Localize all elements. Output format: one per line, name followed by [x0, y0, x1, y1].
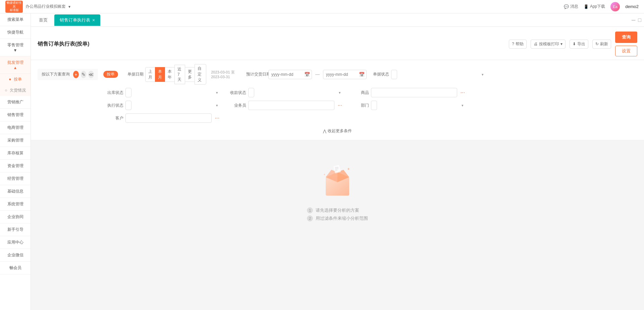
- help-icon: ?: [512, 42, 514, 46]
- tip-text-2: 用过滤条件来缩小分析范围: [316, 215, 368, 221]
- collapse-section: ⋀ 收起更多条件: [38, 126, 637, 136]
- help-button[interactable]: ? 帮助: [509, 40, 527, 49]
- svg-text:✦: ✦: [323, 173, 326, 176]
- newbie-label: 新手引导: [1, 227, 29, 232]
- app-title-dropdown[interactable]: ▾: [68, 4, 70, 9]
- avatar[interactable]: Ea: [610, 2, 620, 11]
- collapse-more-button[interactable]: ⋀ 收起更多条件: [323, 128, 352, 134]
- date-tab-custom[interactable]: 自定义: [195, 64, 206, 85]
- product-more-button[interactable]: ···: [459, 90, 466, 96]
- date-tab-more[interactable]: 更多: [185, 67, 195, 82]
- tab-sales-order[interactable]: 销售订单执行表 ×: [54, 14, 100, 26]
- date-tab-thismonth[interactable]: 本月: [155, 67, 165, 82]
- chevron-down-icon: ▾: [560, 42, 562, 46]
- sidebar-sub-item-shortage[interactable]: ○ 欠货情况: [0, 85, 31, 96]
- sidebar-item-enterprise-wechat[interactable]: 企业微信: [0, 249, 31, 262]
- sidebar-item-retail[interactable]: 零售管理 ▼: [0, 39, 31, 56]
- date-tab-7days[interactable]: 近7天: [174, 65, 185, 84]
- minimize-icon[interactable]: ─: [632, 17, 635, 23]
- payment-status-label: 收款状态: [226, 90, 246, 96]
- tip-text-1: 请先选择要分析的方案: [316, 207, 359, 213]
- sidebar-item-member[interactable]: 畅会员: [0, 262, 31, 274]
- department-select-wrapper: [371, 101, 466, 110]
- top-bar-left: 畅捷通好生意 标准版 办公用品行业模拟账套 ▾: [5, 1, 70, 13]
- calendar-icon-2: 📅: [359, 72, 365, 77]
- date-tab-thisyear[interactable]: 本年: [165, 67, 175, 82]
- logo-subtext: 标准版: [10, 8, 19, 12]
- message-icon: 💬: [564, 4, 569, 9]
- tab-close-icon[interactable]: ×: [92, 18, 95, 22]
- tip-num-2: 2: [307, 215, 313, 221]
- maximize-icon[interactable]: □: [638, 17, 641, 23]
- sidebar: 搜索菜单 快捷导航 零售管理 ▼ 批发管理 ▲ ● 按单 ○ 欠货情况 营销推广…: [0, 13, 31, 310]
- tab-home[interactable]: 首页: [34, 14, 53, 26]
- member-label: 畅会员: [1, 265, 29, 271]
- department-select[interactable]: [371, 101, 377, 110]
- payment-status-field: 收款状态: [226, 88, 343, 97]
- sidebar-sub-item-by-order[interactable]: ● 按单: [0, 74, 31, 85]
- sidebar-item-collaboration[interactable]: 企业协同: [0, 211, 31, 223]
- page-header: 销售订单执行表(按单) ? 帮助 🖨 按模板打印 ▾ ⬇ 导出: [31, 27, 644, 60]
- sidebar-item-app-center[interactable]: 应用中心: [0, 236, 31, 249]
- empty-tips: 1 请先选择要分析的方案 2 用过滤条件来缩小分析范围: [307, 207, 368, 223]
- add-scheme-button[interactable]: +: [73, 71, 79, 78]
- page-content: 销售订单执行表(按单) ? 帮助 🖨 按模板打印 ▾ ⬇ 导出: [31, 27, 644, 310]
- status-select[interactable]: [391, 70, 397, 79]
- sidebar-item-system[interactable]: 系统管理: [0, 198, 31, 211]
- collapse-more-label: 收起更多条件: [328, 128, 352, 134]
- purchase-label: 采购管理: [1, 138, 29, 143]
- exec-select[interactable]: [125, 101, 131, 110]
- sidebar-item-wholesale[interactable]: 批发管理 ▲: [0, 56, 31, 74]
- download-icon: 📱: [584, 4, 589, 9]
- logo-text: 畅捷通好生意: [5, 1, 23, 8]
- setting-button[interactable]: 设置: [615, 46, 637, 56]
- finance-label: 资金管理: [1, 163, 29, 169]
- sidebar-item-marketing[interactable]: 营销推广: [0, 96, 31, 109]
- salesperson-field: 业务员 ···: [226, 101, 343, 110]
- sidebar-item-sales[interactable]: 销售管理: [0, 109, 31, 121]
- salesperson-input[interactable]: [248, 101, 334, 110]
- search-menu-label: 搜索菜单: [1, 17, 29, 22]
- sidebar-item-quicknav[interactable]: 快捷导航: [0, 26, 31, 39]
- app-download-button[interactable]: 📱 App下载: [584, 4, 605, 9]
- filter-area: 按以下方案查询 + ✎ ≪ 按单 单据日期 上月 本月 本年 近7天 更: [31, 60, 644, 140]
- wholesale-label: 批发管理: [1, 60, 29, 65]
- date-to-wrapper: 📅: [323, 70, 367, 79]
- query-button[interactable]: 查询: [615, 32, 637, 43]
- filter-row-1: 按以下方案查询 + ✎ ≪ 按单 单据日期 上月 本月 本年 近7天 更: [38, 64, 637, 85]
- customer-input[interactable]: [125, 113, 212, 123]
- svg-text:✦: ✦: [347, 167, 350, 171]
- sidebar-item-purchase[interactable]: 采购管理: [0, 134, 31, 147]
- customer-more-button[interactable]: ···: [214, 115, 221, 121]
- tab-bar: 首页 销售订单执行表 × ─ □: [31, 13, 644, 27]
- print-button[interactable]: 🖨 按模板打印 ▾: [531, 40, 566, 49]
- edit-scheme-button[interactable]: ✎: [81, 71, 87, 78]
- sidebar-item-basic-info[interactable]: 基础信息: [0, 185, 31, 198]
- active-scheme[interactable]: 按单: [103, 71, 118, 78]
- salesperson-more-button[interactable]: ···: [336, 102, 343, 108]
- shipping-select[interactable]: [125, 88, 131, 97]
- date-range-wrapper: 📅 — 📅: [268, 70, 367, 79]
- status-field: 单据状态: [369, 70, 486, 79]
- payment-select[interactable]: [248, 88, 254, 97]
- product-input[interactable]: [371, 88, 457, 97]
- exec-select-wrapper: [125, 101, 221, 110]
- refresh-button[interactable]: ↻ 刷新: [592, 40, 611, 49]
- shipping-status-field: 出库状态: [103, 88, 221, 97]
- export-button[interactable]: ⬇ 导出: [570, 40, 588, 49]
- sidebar-item-ecommerce[interactable]: 电商管理: [0, 121, 31, 134]
- sidebar-item-search[interactable]: 搜索菜单: [0, 13, 31, 26]
- date-tab-lastmonth[interactable]: 上月: [145, 67, 155, 82]
- retail-label: 零售管理: [1, 42, 29, 48]
- department-label: 部门: [349, 103, 369, 108]
- sidebar-item-inventory[interactable]: 库存核算: [0, 147, 31, 160]
- message-button[interactable]: 💬 消息: [564, 4, 578, 9]
- sidebar-item-finance[interactable]: 资金管理: [0, 160, 31, 172]
- empty-illustration: ✦ ✦: [317, 160, 358, 201]
- collapse-scheme-button[interactable]: ≪: [88, 71, 94, 78]
- customer-label: 客户: [103, 115, 123, 121]
- customer-field: 客户 ···: [103, 113, 221, 123]
- tip-item-1: 1 请先选择要分析的方案: [307, 207, 368, 213]
- sidebar-item-operations[interactable]: 经营管理: [0, 172, 31, 185]
- sidebar-item-newbie[interactable]: 新手引导: [0, 223, 31, 236]
